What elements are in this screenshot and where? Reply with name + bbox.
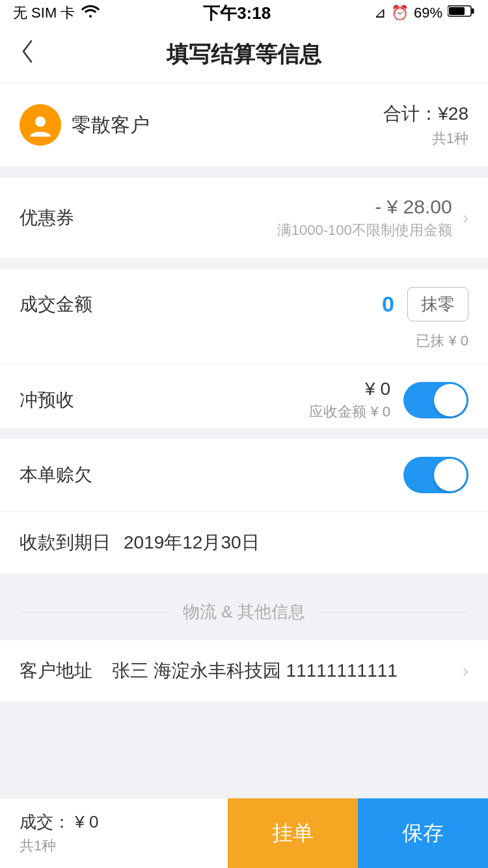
address-section: 客户地址 张三 海淀永丰科技园 11111111111 › [0,640,488,701]
logistics-title: 物流 & 其他信息 [170,601,318,623]
save-button[interactable]: 保存 [358,798,488,869]
advance-row: 冲预收 ¥ 0 应收金额 ¥ 0 [0,364,488,428]
advance-value-block: ¥ 0 应收金额 ¥ 0 [309,379,390,422]
due-date-label: 收款到期日 [20,530,111,555]
deal-sub: 已抹 ¥ 0 [0,329,488,364]
status-time: 下午3:18 [203,2,271,25]
coupon-value: - ¥ 28.00 [277,196,452,218]
customer-name: 零散客户 [72,112,150,139]
status-bar: 无 SIM 卡 下午3:18 ⊿ ⏰ 69% [0,0,488,26]
customer-right: 合计：¥28 共1种 [383,102,468,148]
battery-icon [448,5,475,21]
debt-toggle[interactable] [403,457,468,493]
debt-row: 本单赊欠 [0,439,488,511]
debt-section: 本单赊欠 收款到期日 2019年12月30日 [0,439,488,573]
customer-section: 零散客户 合计：¥28 共1种 [0,83,488,167]
address-value: 张三 海淀永丰科技园 11111111111 [112,658,463,683]
alarm-icon: ⏰ [391,5,409,21]
debt-toggle-knob [434,459,467,491]
logistics-header: 物流 & 其他信息 [0,584,488,640]
avatar [20,104,61,146]
customer-left: 零散客户 [20,104,150,146]
toggle-knob [434,384,467,416]
deal-sub-text: 已抹 ¥ 0 [416,332,468,349]
location-icon: ⊿ [374,5,386,21]
deal-amount-label: 成交金额 [20,292,92,317]
round-zero-button[interactable]: 抹零 [407,287,468,321]
total-amount: 合计：¥28 [383,102,468,126]
coupon-section: 优惠券 - ¥ 28.00 满1000-100不限制使用金额 › [0,177,488,258]
back-button[interactable] [20,38,35,70]
advance-amount: ¥ 0 [309,379,390,400]
nav-bar: 填写结算等信息 [0,26,488,83]
deal-amount-row: 成交金额 0 抹零 [0,269,488,329]
deal-section: 成交金额 0 抹零 已抹 ¥ 0 冲预收 ¥ 0 应收金额 ¥ 0 [0,269,488,428]
bottom-summary: 成交： ¥ 0 共1种 [0,811,228,856]
bottom-deal-text: 成交： ¥ 0 [20,811,208,834]
divider [0,573,488,584]
bottom-bar: 成交： ¥ 0 共1种 挂单 保存 [0,798,488,868]
advance-desc: 应收金额 ¥ 0 [309,402,390,422]
address-chevron-icon: › [463,660,468,681]
advance-toggle[interactable] [403,382,468,418]
hold-button[interactable]: 挂单 [228,798,358,869]
coupon-row[interactable]: 优惠券 - ¥ 28.00 满1000-100不限制使用金额 › [0,177,488,258]
svg-rect-2 [449,7,465,15]
chevron-right-icon: › [463,208,468,228]
advance-label: 冲预收 [20,388,74,413]
coupon-label: 优惠券 [20,206,74,230]
status-left: 无 SIM 卡 [13,3,100,23]
due-date-row: 收款到期日 2019年12月30日 [0,511,488,573]
bottom-count: 共1种 [20,836,208,856]
coupon-right: - ¥ 28.00 满1000-100不限制使用金额 › [277,196,468,240]
battery-text: 69% [414,5,442,21]
address-row[interactable]: 客户地址 张三 海淀永丰科技园 11111111111 › [0,640,488,701]
deal-right: 0 抹零 [382,287,468,321]
bottom-deal-label: 成交： [20,812,70,832]
no-sim-text: 无 SIM 卡 [13,3,75,23]
status-right: ⊿ ⏰ 69% [374,5,475,21]
svg-rect-1 [472,8,474,14]
svg-point-3 [35,116,46,127]
wifi-icon [81,5,100,21]
page-title: 填写结算等信息 [167,40,321,70]
coupon-value-block: - ¥ 28.00 满1000-100不限制使用金额 [277,196,452,240]
total-count: 共1种 [383,129,468,148]
customer-row: 零散客户 合计：¥28 共1种 [0,83,488,167]
coupon-desc: 满1000-100不限制使用金额 [277,221,452,240]
address-label: 客户地址 [20,658,92,683]
bottom-spacer [0,712,488,790]
due-date-value: 2019年12月30日 [124,530,260,555]
advance-right: ¥ 0 应收金额 ¥ 0 [309,379,468,422]
debt-label: 本单赊欠 [20,463,92,487]
bottom-deal-amount: ¥ 0 [75,812,98,832]
deal-amount-value: 0 [382,292,394,317]
